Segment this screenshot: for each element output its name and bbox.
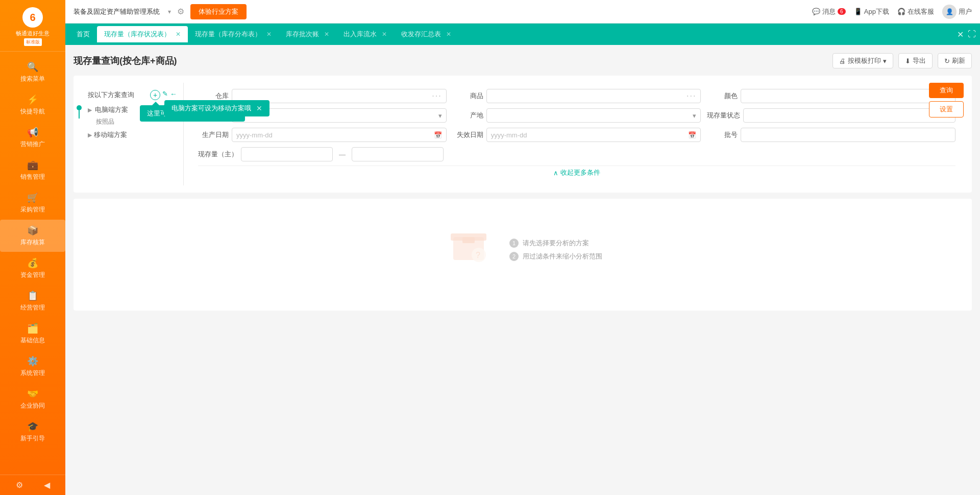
notification-badge: 6 — [838, 8, 846, 15]
mobile-scheme-tooltip: 电脑方案可设为移动方案哦 ✕ — [164, 100, 270, 116]
tab-stock-dist[interactable]: 现存量（库存分布表） ✕ — [188, 26, 279, 42]
edit-scheme-btn[interactable]: ✎ — [162, 90, 168, 100]
tab-bar: 首页 现存量（库存状况表） ✕ 现存量（库存分布表） ✕ 库存批次账 ✕ 出入库… — [65, 23, 980, 45]
finance-icon: 💰 — [27, 257, 38, 269]
sidebar-item-enterprise[interactable]: 🤝 企业协同 — [0, 383, 65, 415]
add-scheme-container: + 这里可以创建和修改方案哦 ✕ — [150, 90, 160, 100]
sidebar-item-purchase[interactable]: 🛒 采购管理 — [0, 187, 65, 219]
tab-stock-flow[interactable]: 出入库流水 ✕ — [336, 26, 394, 42]
svg-rect-2 — [462, 237, 475, 243]
chevron-up-icon: ∧ — [553, 169, 558, 177]
sidebar-item-operations[interactable]: 📋 经营管理 — [0, 285, 65, 317]
produce-date-label: 生产日期 — [198, 130, 229, 139]
sidebar-item-label: 系统管理 — [20, 369, 45, 378]
mobile-scheme-label: 移动端方案 — [94, 130, 127, 139]
sidebar-item-sales[interactable]: 💼 销售管理 — [0, 154, 65, 186]
newbie-icon: 🎓 — [27, 421, 38, 432]
tab-stock-batch[interactable]: 库存批次账 ✕ — [279, 26, 336, 42]
expire-date-calendar-icon[interactable]: 📅 — [688, 131, 696, 139]
sidebar-item-newbie[interactable]: 🎓 新手引导 — [0, 416, 65, 448]
print-button[interactable]: 🖨 按模板打印 ▾ — [832, 53, 893, 68]
empty-step-1: 1 请先选择要分析的方案 — [509, 239, 602, 248]
sidebar-item-label: 销售管理 — [20, 173, 45, 181]
notification-btn[interactable]: 💬 消息 6 — [812, 7, 846, 16]
user-label: 用户 — [959, 7, 972, 16]
add-scheme-btn[interactable]: + — [150, 90, 160, 100]
page-title: 现存量查询(按仓库+商品) — [74, 55, 177, 67]
origin-dropdown-icon[interactable]: ▾ — [693, 112, 696, 120]
sidebar-item-label: 营销推广 — [20, 140, 45, 149]
tab-close-icon[interactable]: ✕ — [266, 31, 272, 38]
back-btn[interactable]: ← — [170, 90, 177, 100]
sidebar-item-finance[interactable]: 💰 资金管理 — [0, 252, 65, 285]
content-area: 现存量查询(按仓库+商品) 🖨 按模板打印 ▾ ⬇ 导出 ↻ 刷新 — [65, 45, 980, 495]
tab-close-icon[interactable]: ✕ — [176, 31, 181, 38]
warehouse-more-icon[interactable]: ··· — [432, 91, 442, 101]
print-dropdown-icon: ▾ — [883, 57, 887, 65]
print-label: 按模板打印 — [848, 56, 881, 65]
user-menu[interactable]: 👤 用户 — [942, 5, 972, 19]
expire-date-label: 失效日期 — [453, 130, 483, 139]
tab-stock-summary[interactable]: 收发存汇总表 ✕ — [394, 26, 458, 42]
notification-label: 消息 — [822, 7, 836, 16]
sidebar: 6 畅通道好生意 标准版 🔍 搜索菜单 ⚡ 快捷导航 📢 营销推广 💼 销售管理… — [0, 0, 65, 495]
sidebar-nav: 🔍 搜索菜单 ⚡ 快捷导航 📢 营销推广 💼 销售管理 🛒 采购管理 📦 库存核… — [0, 52, 65, 475]
inventory-icon: 📦 — [27, 225, 38, 236]
refresh-label: 刷新 — [952, 56, 965, 65]
expire-date-filter: 失效日期 yyyy-mm-dd 📅 — [453, 128, 701, 142]
sidebar-item-marketing[interactable]: 📢 营销推广 — [0, 122, 65, 154]
app-download-label: App下载 — [864, 7, 889, 16]
export-button[interactable]: ⬇ 导出 — [898, 53, 933, 68]
system-dropdown-icon[interactable]: ▾ — [168, 8, 171, 15]
home-tab-label: 首页 — [77, 30, 90, 39]
trial-button[interactable]: 体验行业方案 — [190, 4, 247, 19]
refresh-button[interactable]: ↻ 刷新 — [938, 53, 972, 68]
header-left: 装备及固定资产辅助管理系统 ▾ ⚙ 体验行业方案 — [74, 4, 247, 19]
collapse-sidebar-btn[interactable]: ◀ — [44, 480, 50, 490]
tab-stock-status[interactable]: 现存量（库存状况表） ✕ — [97, 26, 188, 42]
tab-close-icon[interactable]: ✕ — [324, 31, 329, 38]
tab-close-icon[interactable]: ✕ — [382, 31, 387, 38]
sidebar-item-system[interactable]: ⚙️ 系统管理 — [0, 350, 65, 383]
purchase-icon: 🛒 — [27, 192, 38, 203]
enterprise-icon: 🤝 — [27, 388, 38, 399]
stock-main-label: 现存量（主） — [198, 150, 238, 159]
sidebar-item-search-menu[interactable]: 🔍 搜索菜单 — [0, 56, 65, 88]
sidebar-item-base-info[interactable]: 🗂️ 基础信息 — [0, 318, 65, 350]
tab-bar-actions: ✕ ⛶ — [957, 30, 976, 39]
search-button[interactable]: 查询 — [929, 83, 964, 98]
stock-main-filter: 现存量（主） — — [198, 147, 444, 161]
sidebar-item-label: 采购管理 — [20, 205, 45, 214]
export-icon: ⬇ — [905, 57, 911, 65]
tooltip1-close[interactable]: ✕ — [256, 104, 262, 112]
gear-button[interactable]: ⚙ — [177, 7, 184, 16]
app-download-btn[interactable]: 📱 App下载 — [854, 7, 889, 16]
sales-icon: 💼 — [27, 159, 38, 171]
size-dropdown-icon[interactable]: ▾ — [438, 112, 442, 120]
close-all-tabs-btn[interactable]: ✕ — [957, 30, 964, 39]
sidebar-logo: 6 畅通道好生意 标准版 — [0, 0, 65, 52]
tab-home[interactable]: 首页 — [69, 26, 97, 42]
system-name: 装备及固定资产辅助管理系统 — [74, 7, 160, 16]
sidebar-item-quick-nav[interactable]: ⚡ 快捷导航 — [0, 89, 65, 121]
stock-main-dash: — — [339, 151, 346, 158]
reset-button[interactable]: 设置 — [929, 101, 964, 117]
settings-btn[interactable]: ⚙ — [16, 480, 23, 490]
empty-steps: 1 请先选择要分析的方案 2 用过滤条件来缩小分析范围 — [509, 239, 602, 261]
tab-close-icon[interactable]: ✕ — [446, 31, 451, 38]
tab-label: 现存量（库存状况表） — [104, 30, 170, 39]
expire-date-placeholder: yyyy-mm-dd — [491, 131, 527, 139]
online-service-btn[interactable]: 🎧 在线客服 — [897, 7, 934, 16]
goods-more-icon[interactable]: ··· — [687, 91, 696, 101]
fullscreen-btn[interactable]: ⛶ — [968, 30, 976, 39]
sidebar-item-inventory[interactable]: 📦 库存核算 — [0, 220, 65, 252]
brand-badge: 标准版 — [24, 38, 42, 46]
goods-filter: 商品 ··· — [453, 89, 701, 103]
collapse-conditions-btn[interactable]: ∧ 收起更多条件 — [198, 166, 955, 179]
sidebar-item-label: 基础信息 — [20, 336, 45, 345]
logo-icon: 6 — [22, 7, 43, 28]
collapse-label: 收起更多条件 — [560, 168, 600, 177]
sidebar-item-label: 企业协同 — [20, 402, 45, 410]
tooltip1-text: 电脑方案可设为移动方案哦 — [172, 104, 251, 113]
produce-date-calendar-icon[interactable]: 📅 — [434, 131, 442, 139]
